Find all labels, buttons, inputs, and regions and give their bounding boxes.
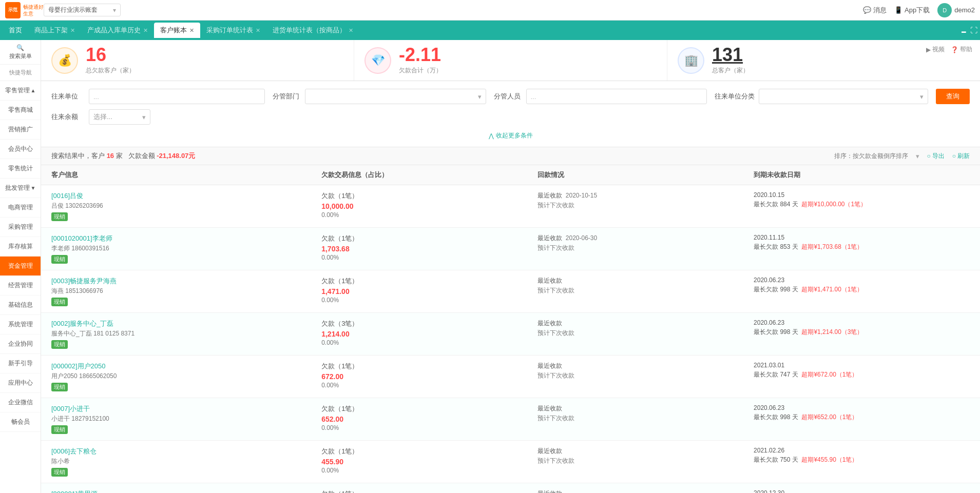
- overdue-link[interactable]: 超期¥672.00（1笔）: [801, 371, 858, 378]
- customer-name[interactable]: [000001]黄思源: [51, 489, 321, 493]
- debt-amount[interactable]: 672.00: [321, 372, 537, 381]
- filter-unit-category: 往来单位分类 ▾: [715, 89, 928, 104]
- balance-select[interactable]: 选择... ▾: [89, 109, 150, 125]
- col-header-debt: 欠款交易信息（占比）: [321, 170, 537, 180]
- debt-amount[interactable]: 10,000.00: [321, 202, 537, 210]
- collection-info: 最近收款 预计下次收款: [537, 404, 754, 423]
- sidebar-item-retail-shop[interactable]: 零售商城: [0, 101, 41, 120]
- sidebar-item-marketing[interactable]: 营销推广: [0, 120, 41, 140]
- debt-amount[interactable]: 652.00: [321, 415, 537, 423]
- results-actions: 排序：按欠款金额倒序排序 ▾ ○ 导出 ○ 刷新: [834, 152, 970, 161]
- tab-close-icon[interactable]: ✕: [70, 27, 75, 34]
- sidebar-item-app-center[interactable]: 应用中心: [0, 373, 41, 393]
- sidebar-item-super-member[interactable]: 畅会员: [0, 412, 41, 432]
- chevron-down-icon[interactable]: ▾: [916, 152, 919, 160]
- sidebar-item-retail-stats[interactable]: 零售统计: [0, 159, 41, 179]
- customer-name[interactable]: [0006]去下粮仓: [51, 447, 321, 456]
- customer-tag: 现销: [51, 255, 68, 264]
- sidebar-item-enterprise-collab[interactable]: 企业协同: [0, 334, 41, 354]
- debt-amount[interactable]: 1,703.68: [321, 245, 537, 253]
- due-info: 2020.12.30 最长欠款 808 天 超期¥429.00（1笔）: [754, 489, 970, 493]
- company-selector[interactable]: 母婴行业演示账套 ▾: [44, 4, 121, 16]
- unit-cat-select[interactable]: ▾: [759, 89, 928, 104]
- user-avatar[interactable]: D demo2: [937, 3, 975, 17]
- customer-name[interactable]: [0007]小进干: [51, 404, 321, 413]
- debt-amount[interactable]: 1,214.00: [321, 330, 537, 338]
- content-area: 💰 16 总欠款客户（家） 💎 -2.11 欠款合计（万） 🏢 131: [41, 40, 980, 493]
- due-date: 2020.06.23: [754, 404, 970, 411]
- customer-name[interactable]: [0016]吕俊: [51, 191, 321, 201]
- debt-info: 欠款（1笔） 1,471.00 0.00%: [321, 277, 537, 304]
- tab-inbound-stats[interactable]: 进货单统计表（按商品） ✕: [266, 23, 359, 38]
- tab-product-toggle[interactable]: 商品上下架 ✕: [28, 23, 81, 38]
- due-info: 2020.06.23 最长欠款 998 天 超期¥1,471.00（1笔）: [754, 277, 970, 294]
- sidebar-item-member[interactable]: 会员中心: [0, 140, 41, 159]
- tab-close-icon[interactable]: ✕: [189, 27, 194, 34]
- tab-product-history[interactable]: 产成品入库单历史 ✕: [81, 23, 154, 38]
- sidebar-item-basic[interactable]: 基础信息: [0, 295, 41, 315]
- window-maximize-icon[interactable]: ⛶: [970, 26, 977, 34]
- customer-tag: 现销: [51, 298, 68, 306]
- export-btn[interactable]: ○ 导出: [927, 152, 945, 161]
- help-btn[interactable]: ❓ 帮助: [951, 45, 972, 54]
- tab-home[interactable]: 首页: [3, 23, 28, 38]
- overdue-link[interactable]: 超期¥1,214.00（3笔）: [801, 328, 863, 336]
- customer-tag: 现销: [51, 383, 68, 391]
- tab-purchase-order[interactable]: 采购订单统计表 ✕: [200, 23, 266, 38]
- customer-name[interactable]: [0003]畅捷服务尹海燕: [51, 277, 321, 286]
- refresh-btn[interactable]: ○ 刷新: [952, 152, 970, 161]
- tab-close-icon[interactable]: ✕: [349, 27, 353, 34]
- sidebar-item-retail-mgmt[interactable]: 零售管理▲: [0, 81, 41, 101]
- overdue-link[interactable]: 超期¥1,471.00（1笔）: [801, 286, 863, 293]
- debt-count: 欠款（1笔）: [321, 234, 537, 243]
- message-icon: 💬: [863, 6, 871, 14]
- customer-name[interactable]: [0001020001]李老师: [51, 234, 321, 243]
- debt-amount[interactable]: 1,471.00: [321, 287, 537, 295]
- search-button[interactable]: 查询: [936, 89, 970, 104]
- overdue-link[interactable]: 超期¥1,703.68（1笔）: [801, 243, 863, 250]
- due-date: 2020.11.15: [754, 234, 970, 241]
- customer-info: [000001]黄思源 黄思源 13552700226 现销: [51, 489, 321, 493]
- customer-info: [0006]去下粮仓 陈小希 现销: [51, 447, 321, 477]
- due-date: 2020.10.15: [754, 191, 970, 199]
- from-unit-input[interactable]: ...: [89, 89, 265, 104]
- sidebar-item-batch-mgmt[interactable]: 批发管理▼: [0, 179, 41, 198]
- customer-tag: 现销: [51, 425, 68, 434]
- window-minimize-icon[interactable]: 🗕: [960, 26, 967, 34]
- collapse-button[interactable]: ⋀ 收起更多条件: [489, 131, 533, 140]
- sidebar-search[interactable]: 🔍 搜索菜单: [0, 40, 41, 65]
- customer-phone: 海燕 18513066976: [51, 287, 321, 295]
- debt-info: 欠款（1笔） 429.00 0.00%: [321, 489, 537, 493]
- sidebar-item-inventory[interactable]: 库存核算: [0, 237, 41, 257]
- table-header: 客户信息 欠款交易信息（占比） 回款情况 到期未收款日期: [41, 165, 980, 185]
- video-btn[interactable]: ▶ 视频: [926, 45, 945, 54]
- sidebar-item-enterprise-wechat[interactable]: 企业微信: [0, 393, 41, 412]
- debt-percent: 0.00%: [321, 467, 537, 474]
- balance-label: 往来余额: [51, 112, 85, 122]
- overdue-link[interactable]: 超期¥652.00（1笔）: [801, 413, 858, 421]
- tab-close-icon[interactable]: ✕: [256, 27, 260, 34]
- due-info: 2020.10.15 最长欠款 884 天 超期¥10,000.00（1笔）: [754, 191, 970, 209]
- debt-percent: 0.00%: [321, 382, 537, 389]
- collection-date: 最近收款: [537, 362, 754, 370]
- sidebar-item-finance[interactable]: 资金管理: [0, 257, 41, 276]
- due-date: 2020.06.23: [754, 319, 970, 326]
- sidebar-item-purchase[interactable]: 采购管理: [0, 218, 41, 237]
- overdue-link[interactable]: 超期¥455.90（1笔）: [801, 456, 858, 463]
- manager-input[interactable]: ...: [526, 89, 707, 104]
- tab-close-icon[interactable]: ✕: [143, 27, 148, 34]
- sidebar-item-ecommerce[interactable]: 电商管理: [0, 198, 41, 218]
- app-download-btn[interactable]: 📱 App下载: [894, 6, 930, 15]
- overdue-link[interactable]: 超期¥10,000.00（1笔）: [801, 201, 867, 208]
- customer-name[interactable]: [000002]用户2050: [51, 362, 321, 371]
- sidebar-item-operations[interactable]: 经营管理: [0, 276, 41, 295]
- stat-icon-debt: 💰: [51, 47, 78, 74]
- customer-name[interactable]: [0002]服务中心_丁磊: [51, 319, 321, 328]
- tab-customer-account[interactable]: 客户账本 ✕: [154, 23, 200, 38]
- sidebar-item-quick-nav: 快捷导航: [0, 65, 41, 81]
- sidebar-item-newbie[interactable]: 新手引导: [0, 354, 41, 373]
- dept-select[interactable]: ▾: [305, 89, 486, 104]
- debt-amount[interactable]: 455.90: [321, 458, 537, 466]
- sidebar-item-system[interactable]: 系统管理: [0, 315, 41, 334]
- message-btn[interactable]: 💬 消息: [863, 6, 887, 15]
